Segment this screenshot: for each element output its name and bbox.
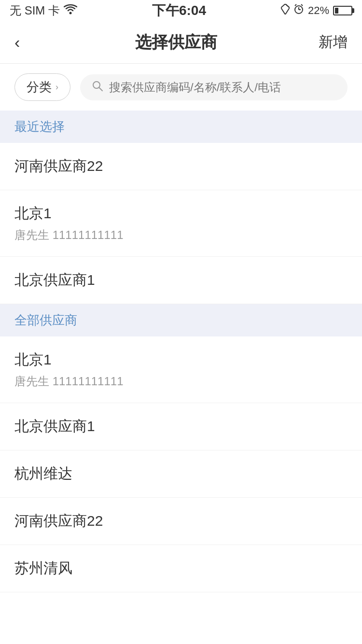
section-header-0: 最近选择 [0, 111, 362, 143]
item-name: 河南供应商22 [14, 156, 348, 176]
item-name: 苏州清风 [14, 559, 348, 578]
battery-percentage: 22% [308, 4, 329, 17]
page-title: 选择供应商 [43, 31, 309, 54]
list-item[interactable]: 杭州维达 [0, 450, 362, 498]
location-icon [281, 4, 290, 17]
list-item[interactable]: 北京供应商1 [0, 403, 362, 450]
back-button[interactable]: ‹ [14, 33, 43, 52]
list-item[interactable]: 北京1唐先生 11111111111 [0, 336, 362, 403]
add-button[interactable]: 新增 [309, 32, 348, 52]
list-item[interactable]: 北京供应商1 [0, 257, 362, 304]
list-item[interactable]: 北京1唐先生 11111111111 [0, 190, 362, 257]
battery-icon [333, 6, 352, 15]
wifi-icon [64, 4, 77, 17]
svg-point-0 [70, 12, 72, 14]
item-name: 北京1 [14, 350, 348, 370]
item-sub: 唐先生 11111111111 [14, 227, 348, 243]
supplier-list: 最近选择河南供应商22北京1唐先生 11111111111北京供应商1全部供应商… [0, 111, 362, 592]
category-filter-button[interactable]: 分类 › [14, 73, 70, 101]
section-header-1: 全部供应商 [0, 304, 362, 336]
search-input[interactable] [109, 81, 336, 94]
item-name: 北京1 [14, 204, 348, 224]
status-right: 22% [281, 4, 352, 17]
status-time: 下午6:04 [152, 1, 206, 20]
filter-bar: 分类 › [0, 64, 362, 111]
status-left: 无 SIM 卡 [10, 3, 77, 18]
item-name: 北京供应商1 [14, 270, 348, 290]
section-title-0: 最近选择 [14, 119, 65, 134]
search-icon [92, 80, 103, 95]
alarm-icon [293, 4, 304, 17]
item-name: 杭州维达 [14, 464, 348, 484]
category-label: 分类 [27, 79, 52, 96]
item-sub: 唐先生 11111111111 [14, 374, 348, 389]
search-box[interactable] [80, 74, 348, 100]
section-title-1: 全部供应商 [14, 313, 77, 327]
list-item[interactable]: 河南供应商22 [0, 143, 362, 190]
item-name: 北京供应商1 [14, 417, 348, 436]
nav-bar: ‹ 选择供应商 新增 [0, 21, 362, 64]
chevron-right-icon: › [56, 82, 58, 92]
sim-status: 无 SIM 卡 [10, 3, 60, 18]
item-name: 河南供应商22 [14, 511, 348, 531]
svg-line-5 [301, 4, 303, 6]
svg-line-7 [99, 87, 103, 91]
list-item[interactable]: 苏州清风 [0, 545, 362, 592]
list-item[interactable]: 河南供应商22 [0, 498, 362, 545]
svg-line-4 [295, 4, 296, 6]
status-bar: 无 SIM 卡 下午6:04 [0, 0, 362, 21]
